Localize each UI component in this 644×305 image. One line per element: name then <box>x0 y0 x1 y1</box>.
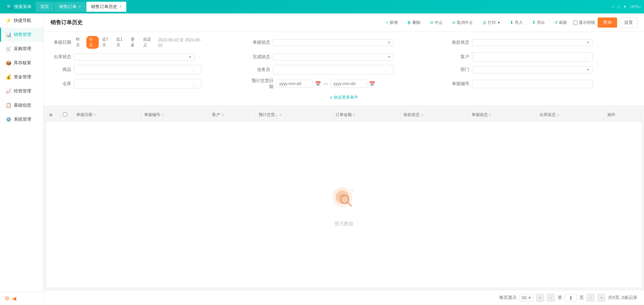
tab-sales-order-history-close[interactable]: × <box>119 4 122 9</box>
th-settings[interactable]: ⚙ <box>46 109 60 121</box>
tab-sales-order-close[interactable]: × <box>79 4 81 9</box>
first-page-btn[interactable]: « <box>536 294 544 302</box>
date-shortcut-custom[interactable]: 自定义 <box>141 36 156 49</box>
new-button[interactable]: + 新增 <box>383 18 401 27</box>
expected-date-from[interactable] <box>276 80 313 88</box>
th-payment-sort[interactable]: ⇅ <box>421 113 424 117</box>
print-dropdown-icon: ▼ <box>497 21 501 25</box>
payment-status-label: 收款状态 <box>448 39 472 45</box>
toolbar: + 新增 🗑 删除 ⊘ 中止 ⊘ 取消中止 <box>383 17 637 28</box>
collapse-row[interactable]: ∧ 收起更多条件 <box>50 93 637 102</box>
calendar-to-icon[interactable]: 📅 <box>369 81 375 86</box>
sidebar-item-system-mgmt[interactable]: ⚙️ 系统管理 <box>0 112 43 126</box>
window-minimize-icon[interactable]: ─ <box>611 4 614 9</box>
sidebar-item-inventory[interactable]: 📦 库存核算 <box>0 56 43 70</box>
date-shortcut-7days[interactable]: 近7天 <box>100 36 113 49</box>
delete-button[interactable]: 🗑 删除 <box>404 18 424 27</box>
settings-icon: ⚙ <box>49 113 53 117</box>
bill-number-input[interactable] <box>472 80 593 88</box>
refresh-button[interactable]: ↺ 刷新 <box>551 18 570 27</box>
th-delivery-sort[interactable]: ⇅ <box>279 113 282 117</box>
tab-sales-order[interactable]: 销售订单 × <box>54 2 86 12</box>
sidebar-item-basic-info-label: 基础信息 <box>14 102 31 108</box>
sidebar-item-purchase-mgmt[interactable]: 🛒 采购管理 <box>0 42 43 56</box>
bill-status-select[interactable]: ▼ <box>273 39 394 46</box>
th-order-amount: 订单金额 ⇅ <box>333 109 400 121</box>
sidebar-item-purchase-mgmt-label: 采购管理 <box>14 46 31 52</box>
cancel-stop-button[interactable]: ⊘ 取消中止 <box>449 18 476 27</box>
shipment-status-select[interactable]: ▼ <box>74 53 195 61</box>
per-page-label: 每页显示 <box>499 295 517 301</box>
calendar-from-icon[interactable]: 📅 <box>315 81 321 86</box>
prev-page-btn[interactable]: ‹ <box>547 294 555 302</box>
th-customer-sort[interactable]: ⇅ <box>221 113 224 117</box>
sidebar-item-basic-info[interactable]: 📋 基础信息 <box>0 98 43 112</box>
date-shortcut-more[interactable]: 更多 <box>129 36 140 49</box>
tab-home[interactable]: 首页 <box>36 2 54 12</box>
query-label: 查询 <box>603 20 612 25</box>
import-button[interactable]: ⬇ 导入 <box>507 18 526 27</box>
expected-date-to[interactable] <box>330 80 367 88</box>
display-detail-input[interactable] <box>573 21 577 25</box>
settings-label: 设置 <box>624 20 633 25</box>
completion-status-select[interactable]: ▼ <box>273 53 394 61</box>
search-menu-btn[interactable]: 🔍 搜索菜单 <box>3 4 35 10</box>
select-all-checkbox[interactable] <box>63 112 67 117</box>
th-shipment-status: 出库状态 ⇅ <box>536 109 604 121</box>
th-checkbox[interactable] <box>60 109 73 121</box>
window-maximize-icon[interactable]: □ <box>617 4 620 9</box>
th-bill-no: 单据编号 ⇅ <box>141 109 209 121</box>
filter-section-expected-date: 预计交货日期 📅 — 📅 <box>249 78 438 90</box>
th-shipment-sort[interactable]: ⇅ <box>557 113 559 117</box>
warehouse-dots[interactable]: ... <box>190 81 199 87</box>
date-shortcut-yesterday[interactable]: 昨天 <box>74 36 85 49</box>
per-page-select[interactable]: 50 ▼ <box>519 294 533 302</box>
settings-button[interactable]: 设置 <box>620 17 637 28</box>
product-dots[interactable]: ... <box>190 67 199 73</box>
customer-input-area[interactable]: ... <box>472 52 593 62</box>
last-page-btn[interactable]: » <box>597 294 605 302</box>
sidebar-collapse-icon[interactable]: ◀ <box>12 295 16 302</box>
th-amount-sort[interactable]: ⇅ <box>353 113 355 117</box>
sales-rep-dots[interactable]: ... <box>382 67 391 73</box>
filter-section-product: 商品 ... <box>50 65 239 74</box>
window-close-icon[interactable]: ✕ <box>623 4 627 9</box>
page-number-input[interactable] <box>565 294 577 301</box>
collapse-label: 收起更多条件 <box>334 94 358 100</box>
department-select[interactable]: ▼ <box>472 66 593 73</box>
date-shortcut-today[interactable]: 今天 <box>86 36 99 49</box>
empty-state: 暂无数据 <box>46 121 641 287</box>
print-button[interactable]: 🖨 打印 ▼ <box>479 18 504 27</box>
sidebar-item-operations[interactable]: 📈 经营管理 <box>0 84 43 98</box>
product-input-area[interactable]: ... <box>74 65 202 74</box>
date-shortcut-1month[interactable]: 近1月 <box>114 36 127 49</box>
inventory-icon: 📦 <box>6 60 11 66</box>
display-detail-checkbox[interactable]: 显示明细 <box>573 20 595 26</box>
stop-icon: ⊘ <box>430 20 433 25</box>
total-records-text: 共0页, 0条记录 <box>608 295 637 301</box>
export-button[interactable]: ⬆ 导出 <box>529 18 548 27</box>
collapse-icon: ∧ <box>330 95 333 100</box>
sales-rep-input-area[interactable]: ... <box>273 65 394 74</box>
bill-number-label: 单据编号 <box>448 81 472 87</box>
payment-status-select[interactable]: ▼ <box>472 39 593 46</box>
th-customer-label: 客户 <box>212 112 220 117</box>
content-area: 销售订单历史 + 新增 🗑 删除 ⊘ 中止 ⊘ <box>44 13 644 305</box>
th-date-sort[interactable]: ⇅ <box>93 113 96 117</box>
stop-button[interactable]: ⊘ 中止 <box>427 18 446 27</box>
sidebar-item-finance[interactable]: 💰 资金管理 <box>0 70 43 84</box>
next-page-btn[interactable]: › <box>587 294 595 302</box>
product-label: 商品 <box>50 67 74 73</box>
svg-point-9 <box>353 200 355 201</box>
th-bill-sort[interactable]: ⇅ <box>489 113 491 117</box>
delete-icon: 🗑 <box>407 20 411 25</box>
sidebar-settings-icon[interactable]: ⚙ <box>5 295 9 302</box>
query-button[interactable]: 查询 <box>598 17 617 28</box>
tab-sales-order-history[interactable]: 销售订单历史 × <box>86 2 126 12</box>
th-bill-no-sort[interactable]: ⇅ <box>161 113 164 117</box>
warehouse-input-area[interactable]: ... <box>74 79 202 88</box>
sidebar-item-quick-nav[interactable]: ⚡ 快捷导航 <box>0 13 43 28</box>
sidebar-item-sales-mgmt[interactable]: 📊 销售管理 <box>0 28 43 42</box>
top-bar: 🔍 搜索菜单 首页 销售订单 × 销售订单历史 × ─ □ ✕ OfTEn <box>0 0 644 13</box>
customer-dots[interactable]: ... <box>581 54 590 60</box>
